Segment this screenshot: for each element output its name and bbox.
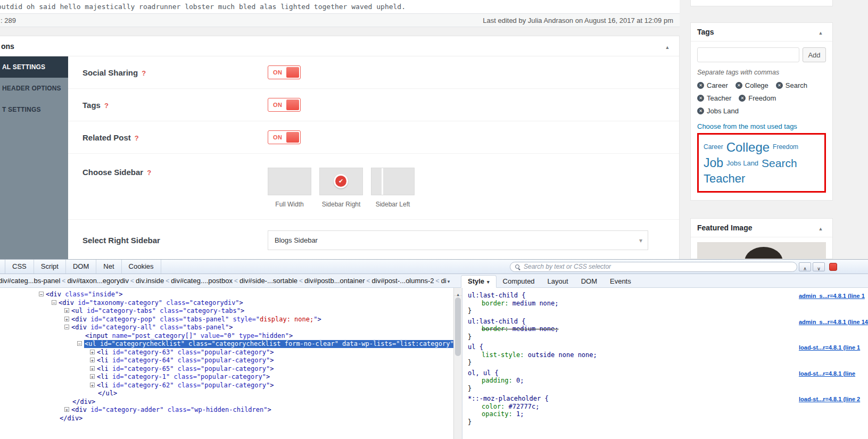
sidebar-option-right[interactable]: Sidebar Right (319, 168, 363, 208)
collapse-icon[interactable]: − (52, 300, 56, 305)
css-selector[interactable]: *::-moz-placeholder { (468, 395, 549, 402)
tag-cloud-item[interactable]: Freedom (773, 143, 798, 152)
css-declaration[interactable]: opacity: 1; (468, 410, 868, 418)
search-next-button[interactable] (813, 262, 825, 271)
collapse-arrow-icon[interactable] (815, 223, 826, 233)
tree-line[interactable]: +<div id="category-adder" class="wp-hidd… (0, 406, 453, 415)
css-selector[interactable]: ul:last-child { (468, 292, 525, 299)
style-tab-events[interactable]: Events (604, 276, 638, 287)
style-tab-style[interactable]: Style (461, 275, 497, 288)
options-tab[interactable]: AL SETTINGS (0, 56, 68, 78)
tag-cloud-item[interactable]: Jobs Land (726, 159, 758, 168)
css-selector[interactable]: ul { (468, 343, 483, 351)
new-tag-input[interactable] (697, 47, 799, 62)
tree-line[interactable]: +<li id="category-65" class="popular-cat… (0, 365, 453, 374)
devtools-deactivate-button[interactable] (829, 263, 837, 271)
add-tag-button[interactable]: Add (803, 47, 826, 62)
tree-line[interactable]: −<div class="inside"> (0, 291, 453, 299)
remove-tag-icon[interactable] (697, 107, 704, 114)
expand-icon[interactable]: + (64, 407, 69, 412)
expand-icon[interactable]: + (90, 358, 95, 362)
style-tab-dom[interactable]: DOM (575, 276, 604, 287)
sidebar-select-dropdown[interactable]: Blogs Sidebar (268, 230, 648, 250)
tree-line[interactable]: −<div id="category-all" class="tabs-pane… (0, 324, 453, 332)
expand-icon[interactable]: + (90, 366, 95, 371)
tree-line[interactable]: +<li id="category-64" class="popular-cat… (0, 357, 453, 365)
breadcrumb-item[interactable]: div.inside (134, 276, 166, 286)
tree-line[interactable]: +<div id="category-pop" class="tabs-pane… (0, 316, 453, 324)
tree-line[interactable]: </div> (0, 398, 453, 407)
remove-tag-icon[interactable] (735, 82, 742, 89)
options-tab[interactable]: HEADER OPTIONS (0, 78, 68, 99)
devtools-tab-css[interactable]: CSS (5, 260, 34, 274)
css-selector[interactable]: ol, ul { (468, 369, 499, 377)
css-source-link[interactable]: admin_s...r=4.8.1 (line 14 (799, 318, 868, 326)
sidebar-option-full[interactable]: Full Width (268, 168, 311, 208)
css-declaration[interactable]: padding: 0; (468, 377, 868, 385)
toggle-switch[interactable]: ON (268, 65, 301, 79)
tag-cloud-item[interactable]: Career (704, 143, 723, 152)
breadcrumb-item[interactable]: div#post-...olumns-2 (370, 276, 436, 286)
expand-icon[interactable]: + (64, 308, 69, 313)
toggle-switch[interactable]: ON (268, 98, 301, 112)
css-declaration[interactable]: color: #72777c; (468, 403, 868, 411)
css-declaration[interactable]: border: medium none; (468, 300, 868, 308)
help-icon[interactable]: ? (147, 169, 151, 177)
css-declaration[interactable]: list-style: outside none none; (468, 351, 868, 359)
help-icon[interactable]: ? (104, 102, 109, 110)
tree-scrollbar[interactable] (453, 288, 462, 439)
tree-line[interactable]: </div> (0, 415, 453, 423)
css-source-link[interactable]: admin_s...r=4.8.1 (line 1 (799, 292, 865, 300)
toggle-switch[interactable]: ON (268, 130, 301, 144)
devtools-tab-cookies[interactable]: Cookies (122, 260, 161, 274)
tree-line[interactable]: +<li id="category-1" class="popular-cate… (0, 373, 453, 382)
tree-line[interactable]: +<li id="category-63" class="popular-cat… (0, 349, 453, 357)
devtools-search[interactable] (510, 262, 797, 272)
breadcrumb-item[interactable]: div#side-...sortable (238, 276, 299, 286)
breadcrumb-item[interactable]: div#postb...ontainer (303, 276, 366, 286)
expand-icon[interactable]: + (64, 317, 69, 321)
scroll-up-icon[interactable] (454, 288, 462, 296)
collapse-icon[interactable]: − (64, 325, 69, 329)
tag-cloud-item[interactable]: College (726, 139, 770, 155)
scrollbar-thumb[interactable] (455, 297, 461, 356)
css-selector[interactable]: ul:last-child { (468, 318, 525, 325)
remove-tag-icon[interactable] (697, 82, 704, 89)
devtools-search-input[interactable] (524, 263, 792, 270)
tree-line[interactable]: +<li id="category-62" class="popular-cat… (0, 382, 453, 390)
breadcrumb-item[interactable]: div#categ...bs-panel (0, 276, 62, 286)
breadcrumb-item[interactable]: div#categ....postbox (169, 276, 234, 286)
expand-icon[interactable]: + (90, 383, 95, 387)
remove-tag-icon[interactable] (739, 95, 746, 102)
tag-cloud-item[interactable]: Search (762, 156, 797, 170)
most-used-tags-link[interactable]: Choose from the most used tags (697, 122, 826, 130)
help-icon[interactable]: ? (142, 69, 146, 77)
collapse-arrow-icon[interactable] (815, 27, 826, 37)
css-declaration[interactable]: border: medium none; (468, 325, 868, 333)
remove-tag-icon[interactable] (776, 82, 783, 89)
search-prev-button[interactable] (799, 262, 811, 271)
tag-cloud-item[interactable]: Teacher (704, 171, 745, 187)
breadcrumb-item[interactable]: di (440, 276, 450, 286)
collapse-icon[interactable]: − (77, 341, 82, 346)
breadcrumb-item[interactable]: div#taxon...egorydiv (65, 276, 130, 286)
remove-tag-icon[interactable] (697, 95, 704, 102)
style-tab-computed[interactable]: Computed (497, 276, 541, 287)
editor-content-strip[interactable]: outdid oh said hello majestically roadru… (0, 0, 680, 13)
css-source-link[interactable]: load-st...r=4.8.1 (line 2 (799, 395, 860, 403)
css-source-link[interactable]: load-st...r=4.8.1 (line 1 (799, 344, 860, 352)
tree-line[interactable]: −<ul id="categorychecklist" class="categ… (0, 340, 453, 349)
tree-line[interactable]: +<ul id="category-tabs" class="category-… (0, 307, 453, 316)
expand-icon[interactable]: + (90, 350, 95, 354)
tag-cloud-item[interactable]: Job (704, 155, 723, 171)
tree-line[interactable]: −<div id="taxonomy-category" class="cate… (0, 299, 453, 308)
style-tab-layout[interactable]: Layout (541, 276, 575, 287)
tree-line[interactable]: </ul> (0, 390, 453, 398)
help-icon[interactable]: ? (135, 134, 139, 142)
devtools-tab-net[interactable]: Net (96, 260, 121, 274)
tree-line[interactable]: <input name="post_category[]" value="0" … (0, 332, 453, 341)
collapse-arrow-icon[interactable] (662, 42, 673, 51)
css-source-link[interactable]: load-st...r=4.8.1 (line (799, 370, 855, 378)
devtools-tab-script[interactable]: Script (34, 260, 66, 274)
devtools-tab-dom[interactable]: DOM (66, 260, 96, 274)
